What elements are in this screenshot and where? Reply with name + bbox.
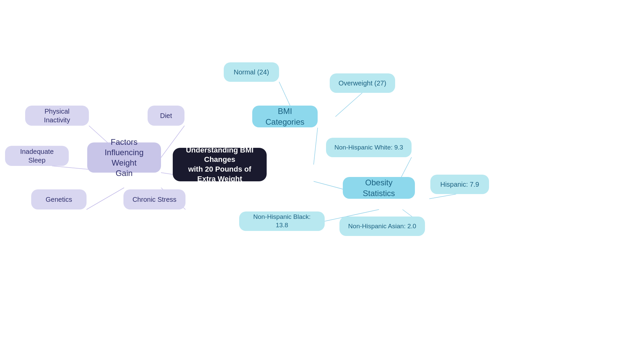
non-hispanic-black-node: Non-Hispanic Black: 13.8	[239, 211, 325, 231]
svg-line-6	[314, 128, 318, 165]
diet-label: Diet	[160, 111, 172, 120]
hispanic-label: Hispanic: 7.9	[440, 180, 479, 189]
chronic-stress-label: Chronic Stress	[132, 195, 176, 204]
center-label: Understanding BMI Changes with 20 Pounds…	[180, 145, 259, 184]
inadequate-sleep-label: Inadequate Sleep	[12, 147, 61, 165]
physical-inactivity-node: Physical Inactivity	[25, 106, 89, 126]
svg-line-4	[87, 188, 124, 209]
factors-label: Factors Influencing Weight Gain	[95, 137, 154, 179]
center-node: Understanding BMI Changes with 20 Pounds…	[173, 148, 267, 181]
bmi-categories-node: BMI Categories	[252, 106, 318, 127]
diet-node: Diet	[148, 106, 184, 126]
non-hispanic-white-label: Non-Hispanic White: 9.3	[334, 143, 403, 152]
chronic-stress-node: Chronic Stress	[123, 189, 185, 209]
obesity-statistics-node: Obesity Statistics	[343, 177, 415, 199]
overweight-label: Overweight (27)	[338, 79, 386, 87]
obesity-statistics-label: Obesity Statistics	[350, 177, 408, 198]
inadequate-sleep-node: Inadequate Sleep	[5, 146, 69, 166]
non-hispanic-black-label: Non-Hispanic Black: 13.8	[247, 213, 317, 229]
bmi-categories-label: BMI Categories	[260, 106, 310, 127]
svg-line-11	[429, 194, 456, 199]
overweight-node: Overweight (27)	[330, 73, 395, 93]
non-hispanic-white-node: Non-Hispanic White: 9.3	[326, 138, 412, 157]
hispanic-node: Hispanic: 7.9	[430, 175, 489, 194]
normal-bmi-node: Normal (24)	[224, 62, 279, 82]
non-hispanic-asian-node: Non-Hispanic Asian: 2.0	[339, 217, 425, 236]
normal-bmi-label: Normal (24)	[234, 68, 269, 76]
factors-node: Factors Influencing Weight Gain	[87, 142, 161, 173]
genetics-label: Genetics	[46, 195, 72, 204]
svg-line-8	[335, 93, 362, 117]
physical-inactivity-label: Physical Inactivity	[33, 107, 82, 124]
genetics-node: Genetics	[31, 189, 87, 209]
non-hispanic-asian-label: Non-Hispanic Asian: 2.0	[348, 222, 416, 231]
